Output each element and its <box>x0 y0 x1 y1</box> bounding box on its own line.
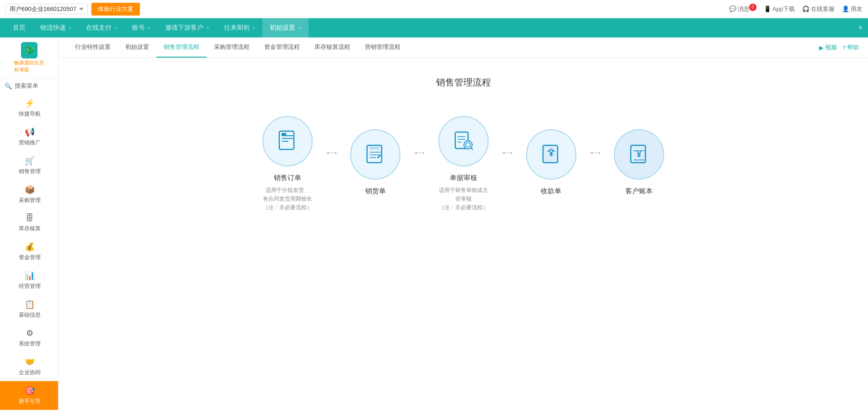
video-icon: ▶ <box>819 44 824 51</box>
experience-button[interactable]: 体验行业方案 <box>91 3 140 16</box>
receipt-circle[interactable]: ¥ <box>526 129 576 180</box>
sales-order-desc: 适用于分批发货、有合同发货周期较长（注：非必要流程） <box>263 186 312 212</box>
sales-order-name: 销售订单 <box>274 174 301 182</box>
close-icon[interactable]: × <box>206 25 209 31</box>
document-review-desc: 适用于财务审核或主管审核（注：非必要流程） <box>439 186 488 212</box>
subtab-capital-flow[interactable]: 资金管理流程 <box>257 37 307 58</box>
sidebar-item-app-center[interactable]: 🔲 应用中心 <box>0 410 58 414</box>
sidebar-item-finance[interactable]: 💰 资金管理 <box>0 237 58 266</box>
top-bar: 用户690企业1660120507 体验行业方案 💬 消息 6 📱 App下载 … <box>0 0 868 18</box>
message-icon: 💬 <box>729 5 736 12</box>
flow-title: 销售管理流程 <box>436 76 491 89</box>
sidebar-item-newbie[interactable]: 🎯 新手引导 <box>0 381 58 410</box>
flow-step-sales-order: 销售订单 适用于分批发货、有合同发货周期较长（注：非必要流程） <box>251 116 324 212</box>
close-icon[interactable]: × <box>298 25 301 31</box>
sales-icon: 🛒 <box>25 156 35 166</box>
svg-rect-6 <box>369 147 379 149</box>
main-content: 行业特性设置 初始设置 销售管理流程 采购管理流程 资金管理流程 库存核算流程 … <box>59 37 868 414</box>
subtab-initial[interactable]: 初始设置 <box>118 37 156 58</box>
sidebar-item-basic[interactable]: 📋 基础信息 <box>0 295 58 324</box>
tab-account[interactable]: 账号 × <box>125 18 158 37</box>
sidebar-item-enterprise[interactable]: 🤝 企业协同 <box>0 352 58 381</box>
finance-icon: 💰 <box>25 242 35 252</box>
subtab-purchase-flow[interactable]: 采购管理流程 <box>207 37 257 58</box>
subtab-sales-flow[interactable]: 销售管理流程 <box>156 37 207 58</box>
user-avatar: 👤 <box>842 5 849 12</box>
svg-line-16 <box>471 148 473 149</box>
tab-invite[interactable]: 邀请下游客户 × <box>158 18 216 37</box>
inventory-icon: 🗄 <box>26 213 34 223</box>
flow-step-customer-account: ¥ 客户账本 <box>602 129 676 199</box>
svg-rect-4 <box>282 133 286 136</box>
tab-history[interactable]: 往来期初 × <box>217 18 262 37</box>
tab-setup[interactable]: 初始设置 × <box>262 18 308 37</box>
top-bar-right: 💬 消息 6 📱 App下载 🎧 在线客服 👤 用友 <box>729 5 863 13</box>
basic-icon: 📋 <box>25 299 35 309</box>
message-link[interactable]: 💬 消息 6 <box>729 5 756 13</box>
tab-logistics[interactable]: 物流快递 × <box>33 18 79 37</box>
top-bar-left: 用户690企业1660120507 体验行业方案 <box>5 3 140 16</box>
sub-tabs: 行业特性设置 初始设置 销售管理流程 采购管理流程 资金管理流程 库存核算流程 … <box>59 37 868 58</box>
logo-icon: 🐉 <box>21 42 37 58</box>
quick-nav-icon: ⚡ <box>25 98 35 108</box>
close-icon[interactable]: × <box>69 25 71 31</box>
operations-icon: 📊 <box>25 271 35 281</box>
tab-home[interactable]: 首页 <box>5 18 33 37</box>
sidebar-item-quick-nav[interactable]: ⚡ 快捷导航 <box>0 94 58 122</box>
logo-text: 畅康通好生意 标准版 <box>14 59 44 73</box>
nav-tabs: 首页 物流快递 × 在线支付 × 账号 × 邀请下游客户 × 往来期初 × 初始… <box>0 18 868 37</box>
user-select[interactable]: 用户690企业1660120507 <box>5 4 88 14</box>
subtab-industry[interactable]: 行业特性设置 <box>68 37 118 58</box>
sidebar-item-inventory[interactable]: 🗄 库存核算 <box>0 209 58 237</box>
arrow-2: ···→ <box>414 147 425 181</box>
close-icon[interactable]: × <box>252 25 255 31</box>
receipt-name: 收款单 <box>541 187 561 196</box>
arrow-3: ···→ <box>502 147 513 181</box>
close-icon[interactable]: × <box>114 25 117 31</box>
flow-step-document-review: 单据审核 适用于财务审核或主管审核（注：非必要流程） <box>427 116 500 212</box>
flow-steps: 销售订单 适用于分批发货、有合同发货周期较长（注：非必要流程） ···→ <box>251 116 676 212</box>
message-badge: 6 <box>749 4 756 11</box>
document-review-name: 单据审核 <box>450 174 477 182</box>
service-link[interactable]: 🎧 在线客服 <box>802 5 835 13</box>
sales-invoice-circle[interactable] <box>350 129 400 180</box>
sidebar-item-purchase[interactable]: 📦 采购管理 <box>0 180 58 209</box>
flow-step-receipt: ¥ 收款单 <box>515 129 588 199</box>
sidebar-logo: 🐉 畅康通好生意 标准版 <box>0 37 58 78</box>
flow-container: 销售管理流程 销售订单 适用于分批发货、有合同发货周期较长（注 <box>59 58 868 222</box>
help-link[interactable]: ? 帮助 <box>842 43 859 52</box>
customer-account-name: 客户账本 <box>625 187 653 196</box>
sidebar-item-operations[interactable]: 📊 经营管理 <box>0 266 58 295</box>
sidebar-item-system[interactable]: ⚙ 系统管理 <box>0 324 58 352</box>
sub-tab-actions: ▶ 视频 ? 帮助 <box>819 43 859 52</box>
user-menu[interactable]: 👤 用友 <box>842 5 863 13</box>
purchase-icon: 📦 <box>25 185 35 195</box>
sales-invoice-name: 销货单 <box>365 187 386 196</box>
tab-payment[interactable]: 在线支付 × <box>79 18 124 37</box>
document-review-circle[interactable] <box>438 116 489 166</box>
sales-order-circle[interactable] <box>262 116 313 166</box>
close-icon[interactable]: × <box>148 25 150 31</box>
arrow-4: ···→ <box>590 147 601 181</box>
subtab-inventory-flow[interactable]: 库存核算流程 <box>307 37 357 58</box>
sidebar-item-sales[interactable]: 🛒 销售管理 <box>0 151 58 180</box>
system-icon: ⚙ <box>26 328 33 338</box>
video-link[interactable]: ▶ 视频 <box>819 43 837 52</box>
subtab-marketing-flow[interactable]: 营销管理流程 <box>357 37 408 58</box>
svg-text:¥: ¥ <box>637 150 641 159</box>
app-download-link[interactable]: 📱 App下载 <box>764 5 795 13</box>
sidebar: 🐉 畅康通好生意 标准版 🔍 搜索菜单 ⚡ 快捷导航 📢 营销推广 🛒 销售管理… <box>0 37 59 414</box>
customer-account-circle[interactable]: ¥ <box>614 129 664 180</box>
svg-rect-0 <box>279 131 294 149</box>
arrow-1: ···→ <box>326 147 337 181</box>
flow-step-sales-invoice: 销货单 <box>339 129 412 199</box>
close-all-button[interactable]: × <box>858 24 863 32</box>
service-icon: 🎧 <box>802 5 809 12</box>
enterprise-icon: 🤝 <box>25 357 35 367</box>
sidebar-item-marketing[interactable]: 📢 营销推广 <box>0 122 58 151</box>
search-icon: 🔍 <box>5 83 12 90</box>
sidebar-search[interactable]: 🔍 搜索菜单 <box>0 78 58 94</box>
newbie-icon: 🎯 <box>25 386 35 396</box>
help-icon: ? <box>842 44 846 51</box>
app-icon: 📱 <box>764 5 771 12</box>
